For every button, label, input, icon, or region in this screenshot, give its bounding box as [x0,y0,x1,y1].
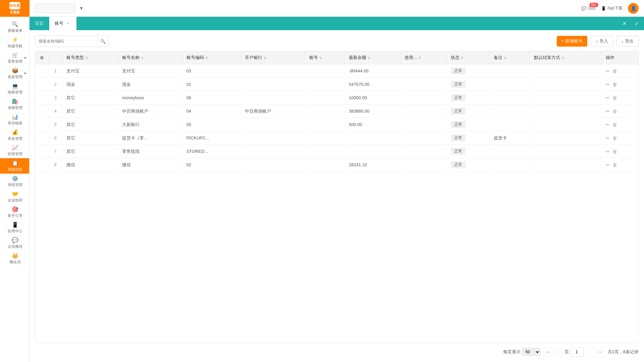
delete-btn-7[interactable]: 🗑 [612,162,617,168]
sidebar-item-inventory[interactable]: 📊 库存核算 [0,112,29,127]
row-remark-3 [490,105,530,118]
row-default-settle-5 [530,131,602,145]
edit-btn-3[interactable]: ✏ [606,109,610,114]
delete-btn-1[interactable]: 🗑 [612,82,617,87]
row-account-code-7: 02 [182,158,241,172]
status-badge-1: 正常 [451,81,466,88]
first-page-btn[interactable]: ⏮ [543,347,552,357]
edit-btn-4[interactable]: ✏ [606,122,610,127]
row-balance-1: 547670.00 [344,78,400,91]
col-account-name[interactable]: 账号名称⇅ [118,51,182,64]
search-button[interactable]: 🔍 [98,36,108,47]
sidebar-item-wholesale-mgr[interactable]: 📦 批发管理 [0,66,29,81]
table-row: 1 支付宝 支付宝 03 -90444.00 正常 ✏ 🗑 [35,64,638,78]
row-account-no-6 [305,145,345,158]
sidebar-item-system-mgr[interactable]: ⚙️ 系统管理 [0,174,29,189]
delete-btn-4[interactable]: 🗑 [612,122,617,127]
sidebar-item-ecommerce-mgr[interactable]: 💻 电商管理 [0,81,29,97]
edit-btn-7[interactable]: ✏ [606,162,610,168]
delete-btn-5[interactable]: 🗑 [612,135,617,141]
row-account-type-6: 其它 [62,145,118,158]
row-account-no-2 [305,91,345,105]
col-settings[interactable]: ⚙ [35,51,49,64]
delete-btn-6[interactable]: 🗑 [612,149,617,154]
app-download-btn[interactable]: 📱 App下载 [601,5,623,11]
row-usage-5 [400,131,446,145]
topbar-dropdown[interactable]: ▼ [79,6,84,11]
tab-account[interactable]: 账号× [49,17,76,30]
delete-btn-0[interactable]: 🗑 [612,68,617,74]
row-gear-6 [35,145,49,158]
row-usage-4 [400,118,446,131]
sidebar-item-ops-mgr[interactable]: 📈 经营管理 [0,143,29,158]
row-account-name-0: 支付宝 [118,64,182,78]
sidebar-label-system-mgr: 系统管理 [8,182,22,187]
table-row: 6 其它 提货卡（零... PICKUPC... 正常 提货卡 ✏ 🗑 [35,131,638,145]
last-page-btn[interactable]: ⏭ [596,347,605,357]
add-account-button[interactable]: + 新增账号 [557,36,587,47]
row-action-7: ✏ 🗑 [602,158,638,172]
tab-close-account[interactable]: × [65,21,71,26]
sidebar-item-finance-mgr[interactable]: 💰 资金管理 [0,127,29,143]
sidebar-item-purchase-mgr[interactable]: 🛍️ 采购管理 [0,97,29,112]
import-button[interactable]: ↑ 导入 [591,36,613,47]
sidebar-item-app-center[interactable]: 📱 应用中心 [0,220,29,235]
col-default-settle[interactable]: 默认结算方式⇅ [530,51,602,64]
sidebar-item-enterprise-agreement[interactable]: 🤝 企业协同 [0,189,29,204]
topbar-search-input[interactable] [35,4,75,13]
col-remark[interactable]: 备注⇅ [490,51,530,64]
row-account-type-5: 其它 [62,131,118,145]
row-account-code-4: 05 [182,118,241,131]
row-account-no-7 [305,158,345,172]
row-account-code-5: PICKUPC... [182,131,241,145]
sidebar-label-inventory: 库存核算 [8,121,22,126]
row-gear-2 [35,91,49,105]
sidebar-item-search[interactable]: 🔍 搜索菜单 [0,19,29,35]
page-label: 页 [565,349,569,355]
row-remark-4 [490,118,530,131]
tab-home[interactable]: 首页 [30,17,49,30]
row-account-name-1: 现金 [118,78,182,91]
edit-btn-5[interactable]: ✏ [606,135,610,141]
sidebar-item-quick-nav[interactable]: ⚡ 快捷导航 [0,35,29,50]
avatar[interactable]: 👤 [628,3,639,14]
tabbar-expand-btn[interactable]: ⤢ [632,19,641,28]
message-btn[interactable]: 💬 消息 99+ [581,5,596,11]
sidebar-item-retail-mgr[interactable]: 🛒 零售管理 [0,50,29,66]
search-input[interactable] [35,37,98,46]
edit-btn-1[interactable]: ✏ [606,82,610,87]
row-gear-3 [35,105,49,118]
row-account-name-3: 中百商场账户 [118,105,182,118]
pagination: 每页显示 50 20 100 ⏮ ‹ 页 › ⏭ 共1页，8条记录 [35,343,639,357]
col-bank[interactable]: 开户银行⇅ [241,51,305,64]
col-status[interactable]: 状态⇅ [446,51,490,64]
row-bank-0 [241,64,305,78]
tabbar-close-btn[interactable]: ✕ [620,19,629,28]
col-usage[interactable]: 使用...⇅ [400,51,446,64]
delete-btn-3[interactable]: 🗑 [612,109,617,114]
sidebar-item-enterprise-wechat[interactable]: 💬 企业微信 [0,235,29,251]
row-action-1: ✏ 🗑 [602,78,638,91]
status-badge-4: 正常 [451,121,466,128]
sidebar-item-vip[interactable]: 👑 畅会员 [0,251,29,266]
sidebar-item-beginner-guide[interactable]: 🎯 新手引导 [0,204,29,220]
col-account-no[interactable]: 账号⇅ [305,51,345,64]
prev-page-btn[interactable]: ‹ [554,347,563,357]
sidebar-item-basic-info[interactable]: 📋 基础信息 [0,158,29,174]
export-button[interactable]: ↓ 导出 [616,36,639,47]
message-badge: 99+ [589,3,598,7]
delete-btn-2[interactable]: 🗑 [612,95,617,101]
edit-btn-6[interactable]: ✏ [606,149,610,154]
col-account-type[interactable]: 账号类型⇅ [62,51,118,64]
next-page-btn[interactable]: › [585,347,594,357]
per-page-select[interactable]: 50 20 100 [522,348,540,356]
row-action-5: ✏ 🗑 [602,131,638,145]
row-num-6: 7 [49,145,62,158]
avatar-icon: 👤 [631,6,636,11]
edit-btn-0[interactable]: ✏ [606,68,610,74]
edit-btn-2[interactable]: ✏ [606,95,610,101]
col-balance[interactable]: 最新余额⇅ [344,51,400,64]
page-input[interactable] [570,347,584,357]
col-account-code[interactable]: 账号编码⇅ [182,51,241,64]
status-badge-3: 正常 [451,108,466,115]
